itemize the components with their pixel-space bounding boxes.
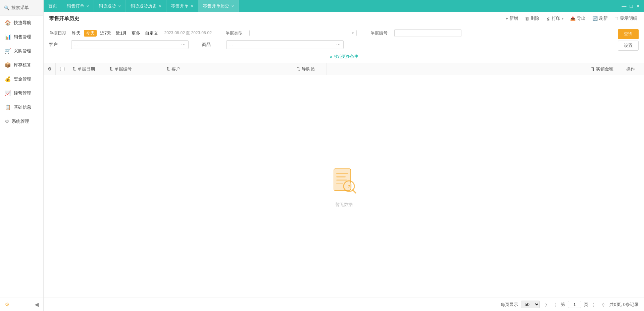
search-menu-item[interactable]: 🔍 搜索采单: [0, 0, 43, 16]
page-prefix: 第: [561, 302, 565, 308]
sidebar: 🔍 搜索采单 🏠 快捷导航 📊 销售管理 🛒 采购管理 📦 库存核算 💰 资金管…: [0, 0, 44, 311]
customer-dots-icon[interactable]: ···: [181, 42, 186, 48]
query-buttons: 查询 设置: [618, 29, 639, 51]
sort-amount-icon[interactable]: ⇅: [591, 66, 595, 71]
add-label: 新增: [509, 15, 518, 21]
minimize-btn[interactable]: —: [622, 3, 627, 9]
last-page-btn[interactable]: ⟩⟩: [599, 302, 607, 308]
ops-icon: 📈: [5, 90, 11, 96]
tab-retail-open-history-label: 零售开单历史: [203, 3, 229, 9]
display-detail-icon: ☐: [614, 16, 618, 21]
sidebar-item-sales-mgmt[interactable]: 📊 销售管理: [0, 30, 43, 44]
display-detail-label: 显示明细: [620, 15, 637, 21]
date-opt-last7[interactable]: 近7天: [99, 30, 112, 37]
svg-rect-2: [336, 176, 346, 177]
th-action-label: 操作: [626, 66, 635, 72]
th-checkbox[interactable]: [56, 63, 69, 75]
page-size-label: 每页显示: [501, 302, 518, 308]
filter-row-2: 客户 ··· 商品 ···: [49, 40, 611, 49]
query-button[interactable]: 查询: [618, 29, 639, 39]
svg-line-7: [353, 190, 356, 193]
money-icon: 💰: [5, 76, 11, 82]
product-input[interactable]: [229, 42, 336, 47]
delete-icon: 🗑: [525, 16, 529, 21]
sort-guide-icon[interactable]: ⇅: [297, 66, 300, 71]
sidebar-item-label: 采购管理: [14, 48, 31, 54]
refresh-button[interactable]: 🔄 刷新: [591, 15, 609, 22]
sort-num-icon[interactable]: ⇅: [109, 66, 113, 71]
tab-sales-return-history[interactable]: 销货退货历史 ✕: [126, 0, 166, 12]
th-settings[interactable]: ⚙: [44, 63, 56, 75]
sidebar-item-sys-mgmt[interactable]: ⚙ 系统管理: [0, 114, 43, 128]
filter-settings-button[interactable]: 设置: [618, 41, 639, 51]
tab-sales-return-close[interactable]: ✕: [118, 4, 121, 8]
customer-input[interactable]: [74, 42, 181, 47]
next-page-btn[interactable]: ⟩: [591, 302, 597, 308]
sidebar-item-purchase-mgmt[interactable]: 🛒 采购管理: [0, 44, 43, 58]
date-opt-more[interactable]: 更多: [130, 30, 142, 37]
refresh-label: 刷新: [599, 15, 608, 21]
date-opt-yesterday[interactable]: 昨天: [70, 30, 82, 37]
doc-type-arrow-icon: ▾: [352, 31, 354, 35]
sidebar-item-operations[interactable]: 📈 经营管理: [0, 86, 43, 100]
page-num-input[interactable]: [568, 301, 581, 308]
print-dropdown-icon[interactable]: ▾: [562, 17, 563, 20]
sidebar-item-finance[interactable]: 💰 资金管理: [0, 72, 43, 86]
collapse-bar[interactable]: ∧ 收起更多条件: [49, 52, 639, 60]
tab-sales-return-history-close[interactable]: ✕: [159, 4, 161, 8]
display-detail-button[interactable]: ☐ 显示明细: [613, 15, 639, 22]
doc-type-select[interactable]: ▾: [249, 30, 357, 36]
th-num-label: 单据编号: [114, 66, 132, 72]
prev-page-btn[interactable]: ⟨: [552, 302, 558, 308]
settings-footer-icon[interactable]: ⚙: [5, 301, 9, 308]
maximize-btn[interactable]: □: [630, 3, 633, 9]
toolbar: 零售开单历史 + 新增 🗑 删除 🖨 打印 ▾ 📤 导出: [44, 12, 644, 25]
th-action: 操作: [617, 63, 644, 75]
sidebar-item-label: 快捷导航: [14, 20, 31, 26]
delete-button[interactable]: 🗑 删除: [524, 15, 541, 22]
tab-retail-open[interactable]: 零售开单 ✕: [166, 0, 198, 12]
date-opt-custom[interactable]: 自定义: [144, 30, 159, 37]
settings-col-icon[interactable]: ⚙: [48, 66, 52, 71]
date-opt-last1month[interactable]: 近1月: [114, 30, 128, 37]
print-icon: 🖨: [546, 16, 550, 21]
page-area: 零售开单历史 + 新增 🗑 删除 🖨 打印 ▾ 📤 导出: [44, 12, 644, 311]
sidebar-footer: ⚙ ◀: [0, 298, 43, 311]
table-header: ⚙ ⇅ 单据日期 ⇅ 单据编号 ⇅ 客户 ⇅: [44, 63, 644, 75]
sidebar-nav: 🏠 快捷导航 📊 销售管理 🛒 采购管理 📦 库存核算 💰 资金管理 📈 经营管…: [0, 16, 43, 298]
collapse-sidebar-icon[interactable]: ◀: [35, 301, 39, 308]
page-size-select[interactable]: 20 50 100 200: [521, 301, 540, 308]
tab-retail-open-close[interactable]: ✕: [191, 4, 193, 8]
doc-num-input-wrap: [394, 29, 461, 37]
date-opt-today[interactable]: 今天: [84, 30, 97, 37]
total-text: 共0页, 0条记录: [609, 302, 639, 308]
add-button[interactable]: + 新增: [504, 15, 519, 22]
tab-sales-order[interactable]: 销售订单 ✕: [62, 0, 94, 12]
sidebar-item-basic-info[interactable]: 📋 基础信息: [0, 100, 43, 114]
date-filter-label: 单据日期: [49, 30, 69, 36]
date-options: 昨天 今天 近7天 近1月 更多 自定义 2023-06-02 至 2023-0…: [70, 30, 212, 37]
tab-sales-order-label: 销售订单: [67, 3, 84, 9]
filter-area: 单据日期 昨天 今天 近7天 近1月 更多 自定义 2023-06-02 至 2…: [44, 25, 644, 63]
tab-sales-order-close[interactable]: ✕: [86, 4, 89, 8]
product-dots-icon[interactable]: ···: [336, 42, 341, 48]
select-all-checkbox[interactable]: [60, 67, 64, 71]
tab-retail-open-history[interactable]: 零售开单历史 ✕: [198, 0, 239, 12]
sort-date-icon[interactable]: ⇅: [72, 66, 76, 71]
tab-home[interactable]: 首页: [44, 0, 62, 12]
doc-num-input[interactable]: [397, 31, 458, 36]
th-date: ⇅ 单据日期: [69, 63, 106, 75]
sidebar-item-inventory[interactable]: 📦 库存核算: [0, 58, 43, 72]
sidebar-item-label: 销售管理: [14, 34, 31, 40]
sort-customer-icon[interactable]: ⇅: [166, 66, 170, 71]
export-button[interactable]: 📤 导出: [569, 15, 587, 22]
sidebar-item-quick-nav[interactable]: 🏠 快捷导航: [0, 16, 43, 30]
close-btn[interactable]: ✕: [636, 3, 640, 9]
tab-retail-open-history-close[interactable]: ✕: [231, 4, 234, 8]
first-page-btn[interactable]: ⟨⟨: [542, 302, 550, 308]
tab-sales-return[interactable]: 销货退货 ✕: [94, 0, 126, 12]
sidebar-item-label: 库存核算: [14, 62, 31, 68]
th-num: ⇅ 单据编号: [106, 63, 163, 75]
empty-illustration: ?: [327, 165, 361, 199]
print-button[interactable]: 🖨 打印 ▾: [545, 15, 565, 22]
